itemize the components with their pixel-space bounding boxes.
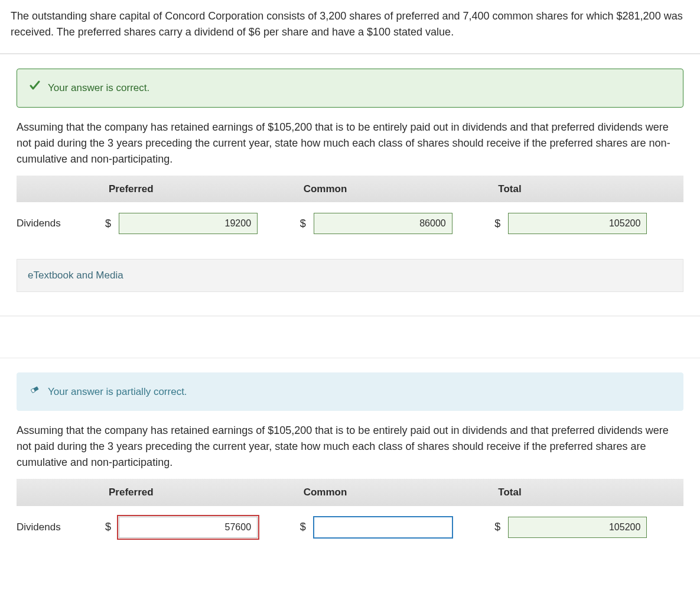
common-input-2[interactable] <box>314 517 452 538</box>
row-label-dividends: Dividends <box>17 202 99 245</box>
preferred-input-2[interactable] <box>119 517 258 538</box>
table-row: Dividends $ $ $ <box>17 506 683 549</box>
common-input-1[interactable] <box>314 213 452 234</box>
table-header-row: Preferred Common Total <box>17 479 683 506</box>
total-input-2[interactable] <box>508 517 647 538</box>
col-preferred: Preferred <box>99 176 294 203</box>
dividends-table-2: Preferred Common Total Dividends $ $ $ <box>17 479 683 549</box>
etextbook-media-button[interactable]: eTextbook and Media <box>17 259 683 292</box>
alert-text: Your answer is partially correct. <box>48 384 187 400</box>
col-common: Common <box>294 176 489 203</box>
intro-text: The outstanding share capital of Concord… <box>11 8 689 40</box>
question-1: Assuming that the company has retained e… <box>0 112 700 176</box>
question-2-text: Assuming that the company has retained e… <box>17 423 683 471</box>
problem-intro: The outstanding share capital of Concord… <box>0 0 700 54</box>
col-total: Total <box>489 176 683 203</box>
alert-text: Your answer is correct. <box>48 80 149 96</box>
col-total: Total <box>489 479 683 506</box>
part-1: Your answer is correct. Assuming that th… <box>0 54 700 316</box>
col-preferred: Preferred <box>99 479 294 506</box>
preferred-input-1[interactable] <box>119 213 258 234</box>
eraser-icon <box>29 384 41 400</box>
dividends-table-1: Preferred Common Total Dividends $ $ $ <box>17 176 683 245</box>
currency-symbol: $ <box>494 519 500 535</box>
currency-symbol: $ <box>105 519 111 535</box>
alert-correct: Your answer is correct. <box>17 69 683 108</box>
total-input-1[interactable] <box>508 213 647 234</box>
col-common: Common <box>294 479 489 506</box>
currency-symbol: $ <box>300 519 306 535</box>
table-row: Dividends $ $ $ <box>17 202 683 245</box>
row-label-dividends: Dividends <box>17 506 99 549</box>
check-icon <box>29 80 41 96</box>
table-header-row: Preferred Common Total <box>17 176 683 203</box>
question-2: Assuming that the company has retained e… <box>0 416 700 479</box>
currency-symbol: $ <box>300 216 306 232</box>
question-1-text: Assuming that the company has retained e… <box>17 119 683 167</box>
currency-symbol: $ <box>494 216 500 232</box>
etextbook-label: eTextbook and Media <box>28 270 123 281</box>
alert-partial: Your answer is partially correct. <box>17 372 683 411</box>
currency-symbol: $ <box>105 216 111 232</box>
part-2: Your answer is partially correct. Assumi… <box>0 358 700 555</box>
